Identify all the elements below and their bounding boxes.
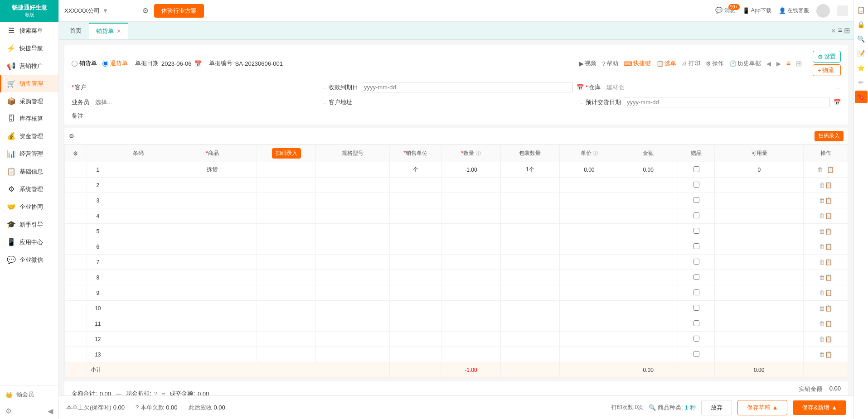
date-calendar-icon[interactable]: 📅	[194, 60, 202, 67]
table-settings-icon[interactable]: ⚙	[69, 133, 74, 140]
scan-button[interactable]: 扫码录入	[815, 131, 844, 141]
copy-icon[interactable]: 📋	[825, 351, 832, 358]
copy-icon[interactable]: 📋	[825, 289, 832, 296]
customer-input[interactable]	[89, 82, 319, 92]
copy-icon[interactable]: 📋	[825, 243, 832, 250]
view-grid-icon[interactable]: ⊞	[796, 59, 802, 68]
shortcut-action[interactable]: ⌨ 快捷键	[624, 59, 651, 67]
message-button[interactable]: 💬 消息 99+	[715, 7, 735, 14]
gift-checkbox-9[interactable]	[693, 289, 699, 295]
panel-icon-7[interactable]: 🔖	[855, 91, 868, 103]
payment-due-calendar-icon[interactable]: 📅	[577, 84, 584, 91]
save-draft-button[interactable]: 保存草稿 ▲	[737, 400, 788, 415]
tab-close-icon[interactable]: ✕	[116, 28, 121, 34]
delete-icon[interactable]: 🗑	[819, 320, 825, 327]
company-selector[interactable]: XXXXXX公司 ▼	[64, 7, 137, 15]
radio-return-order[interactable]: 退货单	[102, 59, 128, 67]
panel-icon-2[interactable]: 🔒	[855, 18, 868, 31]
scan-btn-in-header[interactable]: 扫码录入	[272, 148, 301, 159]
online-service-button[interactable]: 👤 在线客服	[779, 7, 809, 14]
delete-icon[interactable]: 🗑	[819, 228, 825, 235]
sidebar-item-wechat[interactable]: 💬 企业微信	[0, 251, 58, 269]
sidebar-item-basic-info[interactable]: 📋 基础信息	[0, 163, 58, 180]
notes-input[interactable]	[87, 111, 841, 121]
trial-button[interactable]: 体验行业方案	[154, 4, 204, 18]
view-list-icon[interactable]: ≡	[786, 59, 790, 67]
copy-icon[interactable]: 📋	[825, 336, 832, 342]
gift-checkbox-2[interactable]	[693, 182, 699, 188]
print-action[interactable]: 🖨 打印	[682, 59, 700, 67]
delete-icon[interactable]: 🗑	[819, 259, 825, 265]
gift-checkbox-5[interactable]	[693, 228, 699, 234]
nav-prev-icon[interactable]: ◀	[766, 60, 771, 67]
radio-sale-order[interactable]: 销货单	[72, 59, 97, 67]
collapse-icon[interactable]: ◀	[48, 407, 53, 415]
customer-addr-dots[interactable]: ...	[579, 99, 584, 106]
delete-icon[interactable]: 🗑	[819, 243, 825, 250]
customer-addr-input[interactable]	[355, 97, 576, 107]
nav-next-icon[interactable]: ▶	[776, 60, 781, 67]
sidebar-item-quick-nav[interactable]: ⚡ 快捷导航	[0, 39, 58, 57]
panel-icon-4[interactable]: 📝	[855, 47, 868, 60]
delete-icon[interactable]: 🗑	[819, 336, 825, 342]
panel-icon-3[interactable]: 🔍	[855, 33, 868, 45]
sidebar-item-sales[interactable]: 🛒 销售管理	[0, 75, 58, 92]
copy-row-icon[interactable]: 📋	[827, 166, 834, 173]
delete-icon[interactable]: 🗑	[819, 212, 825, 219]
copy-icon[interactable]: 📋	[825, 320, 832, 327]
sidebar-item-marketing[interactable]: 📢 营销推广	[0, 57, 58, 75]
delete-icon[interactable]: 🗑	[819, 305, 825, 312]
operate-action[interactable]: ⚙ 操作	[706, 59, 724, 67]
delete-icon[interactable]: 🗑	[819, 197, 825, 204]
history-action[interactable]: 🕐 历史单据	[729, 59, 761, 67]
delete-icon[interactable]: 🗑	[819, 351, 825, 358]
panel-icon-6[interactable]: ✏	[855, 76, 868, 89]
sidebar-item-system[interactable]: ⚙ 系统管理	[0, 180, 58, 198]
gift-checkbox-12[interactable]	[693, 336, 699, 342]
gift-checkbox-4[interactable]	[693, 212, 699, 218]
settings-bottom-icon[interactable]: ⚙	[5, 407, 12, 415]
sidebar-item-guide[interactable]: 🎓 新手引导	[0, 216, 58, 233]
settings-button[interactable]: ⚙ 设置	[813, 51, 841, 63]
user-avatar[interactable]	[816, 4, 830, 18]
expected-date-calendar-icon[interactable]: 📅	[834, 99, 841, 106]
copy-icon[interactable]: 📋	[825, 197, 832, 204]
gift-checkbox-10[interactable]	[693, 305, 699, 311]
tab-home[interactable]: 首页	[63, 23, 89, 39]
logistics-button[interactable]: + 物流	[813, 64, 841, 76]
delete-icon[interactable]: 🗑	[819, 182, 825, 188]
gift-checkbox-1[interactable]	[693, 166, 699, 172]
sidebar-item-appstore[interactable]: 📱 应用中心	[0, 233, 58, 251]
close-all-tabs-icon[interactable]: ✕	[831, 27, 836, 34]
delete-icon[interactable]: 🗑	[819, 289, 825, 296]
warehouse-input[interactable]	[603, 82, 833, 92]
sidebar-item-enterprise[interactable]: 🤝 企业协同	[0, 198, 58, 216]
video-action[interactable]: ▶ 视频	[579, 59, 596, 67]
save-new-button[interactable]: 保存&新增 ▲	[793, 400, 846, 415]
panel-icon-5[interactable]: ⭐	[855, 62, 868, 74]
gift-checkbox-3[interactable]	[693, 197, 699, 203]
select-action[interactable]: 📋 选单	[656, 59, 676, 67]
gift-checkbox-6[interactable]	[693, 243, 699, 249]
help-action[interactable]: ? 帮助	[602, 59, 618, 67]
tab-sales-order[interactable]: 销货单 ✕	[89, 23, 128, 39]
sidebar-item-finance[interactable]: 💰 资金管理	[0, 127, 58, 145]
warehouse-dots[interactable]: ...	[836, 84, 841, 91]
salesman-input[interactable]	[92, 97, 319, 107]
copy-icon[interactable]: 📋	[825, 212, 832, 219]
sidebar-item-search[interactable]: ☰ 搜索菜单	[0, 22, 58, 39]
sidebar-item-inventory[interactable]: 🗄 库存核算	[0, 110, 58, 127]
abandon-button[interactable]: 放弃	[701, 400, 732, 415]
sidebar-item-operation[interactable]: 📊 经营管理	[0, 145, 58, 163]
gift-checkbox-7[interactable]	[693, 259, 699, 265]
sidebar-item-member[interactable]: 👑 畅会员	[0, 386, 58, 403]
discount-help-icon[interactable]: ?	[154, 390, 157, 396]
panel-icon-1[interactable]: 📋	[855, 4, 868, 16]
expected-date-input[interactable]	[624, 97, 830, 107]
payment-due-input[interactable]	[361, 82, 573, 92]
app-download-button[interactable]: 📱 App下载	[742, 7, 771, 14]
copy-icon[interactable]: 📋	[825, 305, 832, 312]
tab-list-icon[interactable]: ≡	[838, 26, 842, 35]
question-icon[interactable]: ?	[136, 404, 139, 411]
goods-type-info[interactable]: 🔍 商品种类: 1 种	[649, 404, 695, 412]
